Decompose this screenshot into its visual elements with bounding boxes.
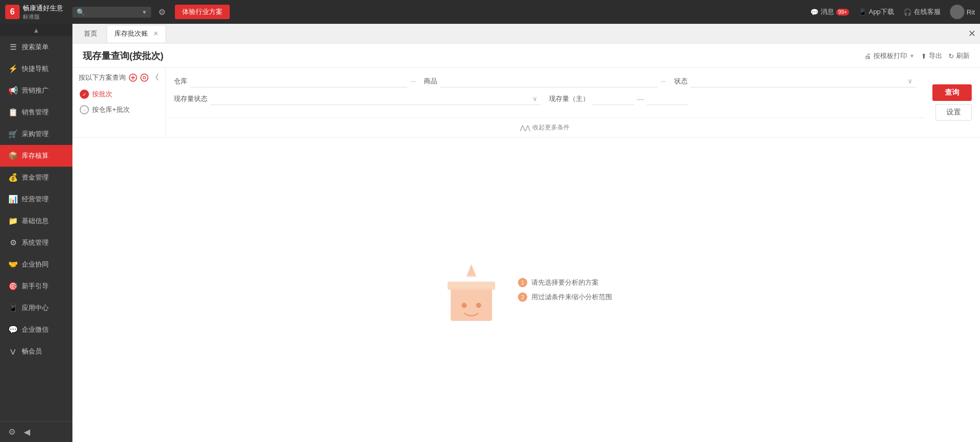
top-header: 6 畅康通好生意 标准版 🔍 ▼ ⚙ 体验行业方案 💬 消息 99+ 📱 App… bbox=[0, 0, 980, 24]
print-dropdown-arrow[interactable]: ▼ bbox=[909, 53, 915, 59]
tip-1-text: 请先选择要分析的方案 bbox=[531, 278, 599, 287]
app-download-icon: 📱 bbox=[858, 8, 867, 16]
scheme-header: 按以下方案查询 《 bbox=[72, 73, 165, 86]
header-gear-button[interactable]: ⚙ bbox=[158, 7, 166, 17]
filter-settings-button[interactable]: 设置 bbox=[936, 104, 972, 121]
sidebar-icon-enterprise: 🤝 bbox=[8, 260, 18, 269]
warehouse-more[interactable]: ··· bbox=[410, 78, 415, 85]
sidebar-label-system: 系统管理 bbox=[22, 238, 49, 247]
warehouse-label: 仓库 bbox=[174, 77, 187, 86]
search-input[interactable] bbox=[87, 8, 139, 16]
tip-1-num: 1 bbox=[518, 278, 527, 287]
search-dropdown-arrow[interactable]: ▼ bbox=[142, 9, 147, 15]
stock-qty-max-input[interactable] bbox=[647, 93, 688, 105]
scheme-actions: 《 bbox=[129, 73, 159, 82]
scheme-item-by-warehouse-batch[interactable]: ○按仓库+批次 bbox=[72, 102, 165, 117]
trial-button[interactable]: 体验行业方案 bbox=[175, 5, 230, 19]
online-service-label: 在线客服 bbox=[914, 7, 941, 17]
sidebar-item-purchase[interactable]: 🛒采购管理 bbox=[0, 123, 72, 145]
stock-status-filter: 现存量状态 ∨ bbox=[174, 93, 541, 105]
export-button[interactable]: ⬆ 导出 bbox=[921, 51, 942, 61]
sidebar-icon-purchase: 🛒 bbox=[8, 129, 18, 139]
message-icon: 💬 bbox=[810, 8, 819, 16]
sidebar-icon-newbie: 🎯 bbox=[8, 282, 18, 291]
messages-label: 消息 bbox=[821, 7, 834, 17]
header-right: 💬 消息 99+ 📱 App下载 🎧 在线客服 Rit bbox=[810, 5, 975, 19]
add-scheme-button[interactable] bbox=[129, 73, 137, 82]
print-template-button[interactable]: 🖨 按模板打印 ▼ bbox=[865, 51, 915, 61]
sidebar-label-inventory: 库存核算 bbox=[22, 151, 49, 160]
sidebar-bottom: ⚙ ◀ bbox=[0, 421, 72, 442]
header-search-box[interactable]: 🔍 ▼ bbox=[72, 7, 151, 18]
query-area: 按以下方案查询 《 ✓按批次○按仓库+批次 bbox=[72, 68, 980, 138]
empty-tip-1: 1 请先选择要分析的方案 bbox=[518, 278, 612, 287]
sidebar-label-appcenter: 应用中心 bbox=[22, 303, 49, 313]
empty-illustration bbox=[440, 259, 502, 321]
page-title: 现存量查询(按批次) bbox=[83, 50, 164, 62]
main-layout: ▲ ☰搜索菜单⚡快捷导航📢营销推广📋销售管理🛒采购管理📦库存核算💰资金管理📊经营… bbox=[0, 24, 980, 442]
btn-group: 查询 设置 bbox=[924, 68, 980, 137]
stock-qty-filter: 现存量（主） — bbox=[549, 93, 916, 105]
tab-close-batch-stock[interactable]: ✕ bbox=[153, 30, 158, 37]
filter-row-2: 现存量状态 ∨ 现存量（主） — bbox=[174, 93, 916, 105]
sidebar-label-finance: 资金管理 bbox=[22, 173, 49, 182]
scheme-item-icon-by-warehouse-batch: ○ bbox=[80, 105, 89, 114]
page-actions: 🖨 按模板打印 ▼ ⬆ 导出 ↻ 刷新 bbox=[865, 51, 970, 61]
sidebar-icon-quicknav: ⚡ bbox=[8, 64, 18, 73]
tab-home[interactable]: 首页 bbox=[77, 25, 105, 42]
user-area[interactable]: Rit bbox=[950, 5, 975, 19]
sidebar-item-appcenter[interactable]: 📱应用中心 bbox=[0, 297, 72, 319]
collapse-up-icon: ⋀⋀ bbox=[520, 124, 530, 131]
user-name: Rit bbox=[967, 8, 975, 16]
product-more[interactable]: ··· bbox=[661, 78, 666, 85]
filter-row-1: 仓库 ··· 商品 ··· 状态 bbox=[174, 75, 916, 87]
sidebar-item-system[interactable]: ⚙系统管理 bbox=[0, 232, 72, 254]
sidebar-label-search: 搜索菜单 bbox=[22, 42, 49, 52]
company-name: 畅康通好生意 bbox=[23, 4, 63, 13]
sidebar-item-sales[interactable]: 📋销售管理 bbox=[0, 101, 72, 123]
status-select[interactable]: ∨ bbox=[691, 75, 916, 87]
sidebar-scroll-up[interactable]: ▲ bbox=[0, 24, 72, 36]
sidebar-item-inventory[interactable]: 📦库存核算 bbox=[0, 145, 72, 167]
tip-2-text: 用过滤条件来缩小分析范围 bbox=[531, 292, 612, 302]
sidebar-item-marketing[interactable]: 📢营销推广 bbox=[0, 80, 72, 101]
online-service-btn[interactable]: 🎧 在线客服 bbox=[903, 7, 941, 17]
messages-btn[interactable]: 💬 消息 99+ bbox=[810, 7, 849, 17]
sidebar-item-finance[interactable]: 💰资金管理 bbox=[0, 167, 72, 188]
close-panel-button[interactable]: ✕ bbox=[968, 28, 976, 39]
sidebar-item-quicknav[interactable]: ⚡快捷导航 bbox=[0, 58, 72, 80]
sidebar-label-purchase: 采购管理 bbox=[22, 129, 49, 139]
logo-area: 6 畅康通好生意 标准版 bbox=[5, 4, 63, 21]
headset-icon: 🎧 bbox=[903, 8, 912, 16]
sidebar-item-search[interactable]: ☰搜索菜单 bbox=[0, 36, 72, 58]
warehouse-input[interactable] bbox=[190, 75, 407, 87]
query-button[interactable]: 查询 bbox=[932, 84, 972, 101]
search-icon: 🔍 bbox=[77, 8, 85, 16]
scheme-item-by-batch[interactable]: ✓按批次 bbox=[72, 86, 165, 102]
sidebar-item-operations[interactable]: 📊经营管理 bbox=[0, 188, 72, 210]
sidebar-item-wechat[interactable]: 💬企业微信 bbox=[0, 319, 72, 341]
sidebar-item-member[interactable]: V畅会员 bbox=[0, 341, 72, 362]
scheme-collapse-button[interactable]: 《 bbox=[152, 73, 159, 82]
print-label: 按模板打印 bbox=[873, 51, 907, 61]
scheme-header-label: 按以下方案查询 bbox=[79, 73, 126, 82]
sidebar-item-newbie[interactable]: 🎯新手引导 bbox=[0, 275, 72, 297]
scheme-settings-button[interactable] bbox=[140, 73, 149, 82]
tip-2-num: 2 bbox=[518, 292, 527, 302]
product-input[interactable] bbox=[440, 75, 657, 87]
refresh-button[interactable]: ↻ 刷新 bbox=[948, 51, 970, 61]
sidebar-item-basic[interactable]: 📁基础信息 bbox=[0, 210, 72, 232]
logo-icon: 6 bbox=[5, 5, 20, 19]
refresh-icon: ↻ bbox=[948, 52, 954, 60]
sidebar-icon-sales: 📋 bbox=[8, 108, 18, 117]
collapse-more-button[interactable]: ⋀⋀ 收起更多条件 bbox=[518, 121, 572, 134]
stock-qty-min-input[interactable] bbox=[592, 93, 634, 105]
sidebar-settings-icon[interactable]: ⚙ bbox=[8, 427, 16, 437]
stock-status-dropdown-arrow: ∨ bbox=[532, 95, 538, 102]
sidebar-item-enterprise[interactable]: 🤝企业协同 bbox=[0, 254, 72, 275]
stock-status-select[interactable]: ∨ bbox=[211, 93, 541, 105]
sidebar-collapse-icon[interactable]: ◀ bbox=[24, 427, 30, 437]
tab-batch-stock[interactable]: 库存批次账✕ bbox=[107, 25, 166, 42]
svg-point-8 bbox=[476, 303, 481, 308]
app-download-btn[interactable]: 📱 App下载 bbox=[858, 7, 894, 17]
